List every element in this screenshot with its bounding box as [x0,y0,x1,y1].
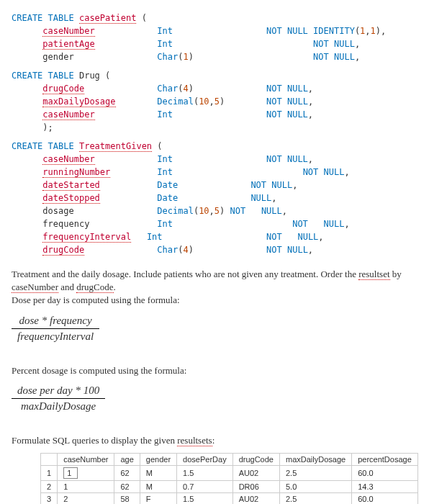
results-table: caseNumber age gender dosePerDay drugCod… [40,453,418,504]
sql-casepatient: CREATE TABLE casePatient ( caseNumber In… [12,12,417,63]
formulate-queries-label: Formulate SQL queries to display the giv… [12,434,417,447]
table-row: 3258F1.5AU022.560.0 [41,492,418,504]
table-row: 2162M0.7DR065.014.3 [41,480,418,492]
instructions-paragraph: Treatment and the daily dosage. Include … [12,268,417,307]
formula-percent-dosage: dose per day * 100 maxDailyDosage [12,384,105,413]
sql-treatmentgiven: CREATE TABLE TreatmentGiven ( caseNumber… [12,140,417,256]
sql-drug: CREATE TABLE Drug ( drugCode Char(4) NOT… [12,69,417,134]
percent-dosage-label: Percent dosage is computed using the for… [12,364,417,377]
table-row: 1 1 62M1.5AU022.560.0 [41,465,418,480]
formula-dose-per-day: dose * frequency frequencyInterval [12,315,99,343]
casenumber-cell: 1 [63,467,78,479]
